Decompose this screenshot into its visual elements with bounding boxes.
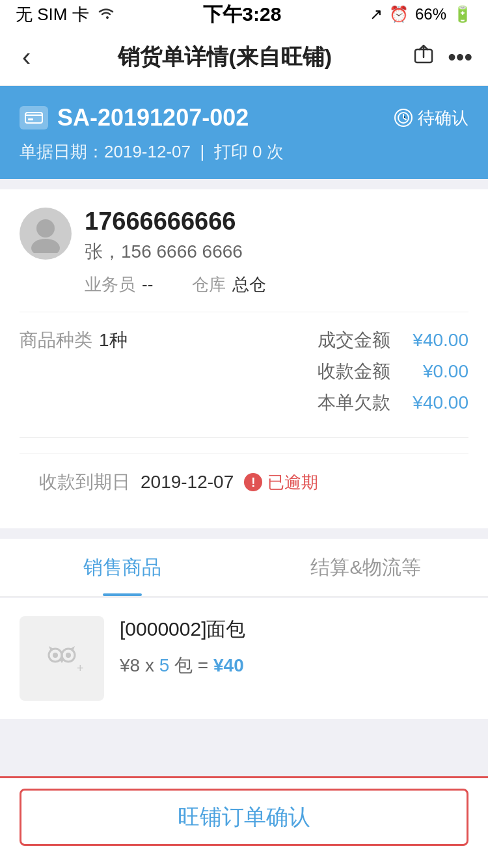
customer-name: 张，156 6666 6666 bbox=[85, 239, 468, 264]
customer-section: 17666666666 张，156 6666 6666 业务员 -- 仓库 总仓 bbox=[20, 208, 468, 296]
due-amount-value: ¥40.00 bbox=[403, 392, 468, 413]
product-qty: 5 bbox=[159, 655, 170, 675]
order-status-label: 待确认 bbox=[418, 107, 468, 129]
deal-amount-row: 成交金额 ¥40.00 bbox=[318, 328, 468, 353]
product-types: 商品种类 1种 bbox=[20, 328, 128, 353]
tab-sales-product-label: 销售商品 bbox=[83, 554, 161, 581]
warehouse-value: 总仓 bbox=[232, 273, 266, 296]
battery-label: 66% bbox=[415, 5, 446, 23]
order-date: 单据日期：2019-12-07 | 打印 0 次 bbox=[20, 141, 468, 163]
salesperson-value: -- bbox=[142, 275, 153, 295]
alarm-icon: ⏰ bbox=[389, 5, 409, 23]
received-amount-label: 收款金额 bbox=[318, 359, 390, 384]
product-unit: 包 bbox=[174, 655, 193, 675]
svg-point-9 bbox=[66, 653, 71, 658]
tab-active-underline bbox=[103, 593, 142, 596]
more-button[interactable]: ••• bbox=[448, 44, 472, 71]
customer-phone: 17666666666 bbox=[85, 208, 468, 236]
tab-settlement[interactable]: 结算&物流等 bbox=[244, 539, 488, 596]
product-types-value: 1种 bbox=[99, 328, 128, 353]
back-button[interactable]: ‹ bbox=[16, 36, 37, 78]
due-date-value: 2019-12-07 bbox=[141, 472, 234, 493]
location-icon: ↗ bbox=[370, 5, 383, 23]
due-amount-row: 本单欠款 ¥40.00 bbox=[318, 390, 468, 415]
product-name: [0000002]面包 bbox=[120, 616, 468, 643]
warehouse-label: 仓库 bbox=[192, 273, 226, 296]
page-title: 销货单详情(来自旺铺) bbox=[118, 42, 332, 72]
svg-point-8 bbox=[53, 653, 58, 658]
nav-actions: ••• bbox=[413, 43, 472, 71]
nav-bar: ‹ 销货单详情(来自旺铺) ••• bbox=[0, 29, 488, 86]
order-header: SA-20191207-002 待确认 单据日期：2019-12-07 | 打印… bbox=[0, 86, 488, 179]
salesperson-item: 业务员 -- bbox=[85, 273, 153, 296]
product-multiply: x bbox=[145, 655, 159, 675]
avatar bbox=[20, 208, 72, 260]
overdue-icon: ! bbox=[244, 473, 262, 491]
carrier-label: 无 SIM 卡 bbox=[16, 3, 89, 26]
order-id-icon bbox=[20, 106, 48, 129]
customer-meta: 业务员 -- 仓库 总仓 bbox=[85, 273, 468, 296]
due-section: 收款到期日 2019-12-07 ! 已逾期 bbox=[20, 454, 468, 510]
svg-point-5 bbox=[31, 239, 60, 253]
received-amount-row: 收款金额 ¥0.00 bbox=[318, 359, 468, 384]
deal-amount-label: 成交金额 bbox=[318, 328, 390, 353]
product-thumb-inner: + bbox=[39, 642, 85, 675]
order-header-top: SA-20191207-002 待确认 bbox=[20, 104, 468, 131]
divider-2 bbox=[20, 437, 468, 438]
bottom-button-container: 旺铺订单确认 bbox=[0, 776, 488, 868]
status-right: ↗ ⏰ 66% 🔋 bbox=[370, 5, 472, 23]
product-equals: = bbox=[198, 655, 213, 675]
svg-rect-1 bbox=[25, 113, 42, 123]
share-button[interactable] bbox=[413, 43, 435, 71]
svg-text:+: + bbox=[77, 662, 84, 675]
product-price: ¥8 x 5 包 = ¥40 bbox=[120, 653, 468, 678]
product-section: + [0000002]面包 ¥8 x 5 包 = ¥40 bbox=[0, 598, 488, 719]
order-id: SA-20191207-002 bbox=[20, 104, 249, 131]
battery-icon: 🔋 bbox=[453, 5, 472, 23]
order-status: 待确认 bbox=[394, 107, 468, 129]
warehouse-item: 仓库 总仓 bbox=[192, 273, 266, 296]
received-amount-value: ¥0.00 bbox=[403, 361, 468, 382]
svg-point-4 bbox=[36, 219, 55, 237]
product-total: ¥40 bbox=[213, 655, 244, 675]
customer-info: 17666666666 张，156 6666 6666 业务员 -- 仓库 总仓 bbox=[85, 208, 468, 296]
time-display: 下午3:28 bbox=[203, 1, 281, 28]
deal-amount-value: ¥40.00 bbox=[403, 330, 468, 351]
status-left: 无 SIM 卡 bbox=[16, 3, 115, 26]
tab-settlement-label: 结算&物流等 bbox=[310, 554, 421, 581]
tabs-section: 销售商品 结算&物流等 bbox=[0, 539, 488, 597]
divider-1 bbox=[20, 312, 468, 312]
overdue-label: 已逾期 bbox=[267, 471, 318, 494]
status-bar: 无 SIM 卡 下午3:28 ↗ ⏰ 66% 🔋 bbox=[0, 0, 488, 29]
overdue-badge: ! 已逾期 bbox=[244, 471, 318, 494]
amount-list: 成交金额 ¥40.00 收款金额 ¥0.00 本单欠款 ¥40.00 bbox=[318, 328, 468, 422]
product-thumbnail: + bbox=[20, 616, 104, 701]
amount-section: 商品种类 1种 成交金额 ¥40.00 收款金额 ¥0.00 本单欠款 ¥40.… bbox=[20, 328, 468, 422]
product-info: [0000002]面包 ¥8 x 5 包 = ¥40 bbox=[120, 616, 468, 678]
due-amount-label: 本单欠款 bbox=[318, 390, 390, 415]
salesperson-label: 业务员 bbox=[85, 273, 135, 296]
wifi-icon bbox=[97, 5, 115, 25]
confirm-order-button[interactable]: 旺铺订单确认 bbox=[20, 789, 468, 846]
product-types-label: 商品种类 bbox=[20, 328, 92, 353]
svg-rect-2 bbox=[28, 118, 33, 120]
clock-icon bbox=[394, 109, 413, 127]
tab-sales-product[interactable]: 销售商品 bbox=[0, 539, 244, 596]
product-unit-price: ¥8 bbox=[120, 655, 140, 675]
customer-card: 17666666666 张，156 6666 6666 业务员 -- 仓库 总仓… bbox=[0, 189, 488, 528]
due-date-label: 收款到期日 bbox=[39, 470, 130, 495]
